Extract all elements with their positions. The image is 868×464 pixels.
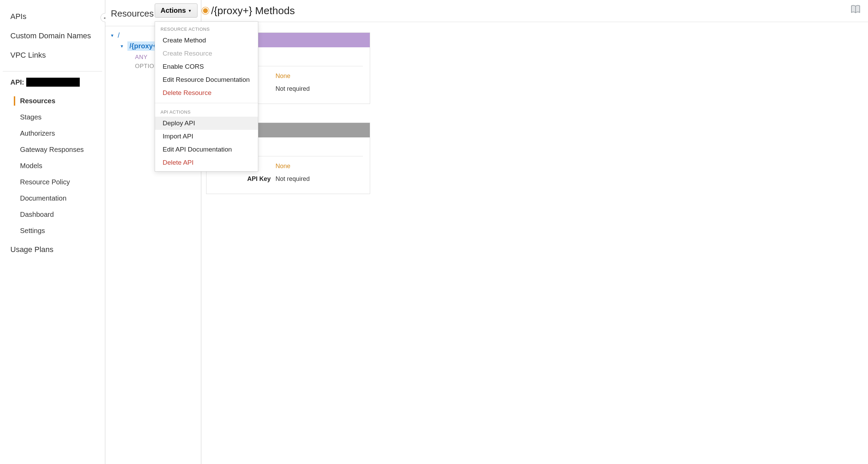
actions-button[interactable]: Actions ▼ — [155, 3, 197, 18]
api-nav-resources[interactable]: Resources — [14, 93, 105, 109]
dropdown-item-create-method[interactable]: Create Method — [155, 34, 258, 47]
book-icon[interactable] — [851, 5, 860, 16]
sidebar-link-custom-domains[interactable]: Custom Domain Names — [10, 26, 95, 46]
actions-dropdown: RESOURCE ACTIONS Create Method Create Re… — [155, 21, 258, 172]
dropdown-item-delete-resource[interactable]: Delete Resource — [155, 86, 258, 99]
sidebar-left: APIs Custom Domain Names VPC Links API: … — [0, 0, 105, 464]
api-nav-dashboard[interactable]: Dashboard — [14, 206, 105, 223]
dropdown-item-deploy-api[interactable]: Deploy API — [155, 117, 258, 130]
sidebar-link-apis[interactable]: APIs — [10, 7, 95, 26]
api-nav-stages[interactable]: Stages — [14, 109, 105, 125]
api-nav-gateway-responses[interactable]: Gateway Responses — [14, 142, 105, 158]
api-name-redacted — [26, 78, 80, 87]
api-nav-documentation[interactable]: Documentation — [14, 190, 105, 206]
api-nav-resource-policy[interactable]: Resource Policy — [14, 174, 105, 190]
dropdown-group-api-actions: API ACTIONS — [155, 105, 258, 117]
dropdown-item-delete-api[interactable]: Delete API — [155, 156, 258, 169]
tree-node-root[interactable]: / — [118, 31, 120, 39]
resource-panel-title: Resources — [109, 6, 155, 21]
page-title: /{proxy+} Methods — [211, 5, 295, 17]
chevron-down-icon: ▼ — [188, 9, 192, 13]
tree-caret-proxy[interactable]: ▼ — [120, 44, 124, 49]
tree-caret-root[interactable]: ▼ — [110, 33, 114, 38]
sidebar-link-usage-plans[interactable]: Usage Plans — [0, 239, 105, 260]
card-row-value-apikey: Not required — [276, 85, 363, 93]
sidebar-link-vpc-links[interactable]: VPC Links — [10, 46, 95, 65]
actions-button-label: Actions — [161, 7, 186, 14]
api-nav-models[interactable]: Models — [14, 158, 105, 174]
dropdown-item-create-resource: Create Resource — [155, 47, 258, 60]
dropdown-item-import-api[interactable]: Import API — [155, 130, 258, 143]
api-nav: Resources Stages Authorizers Gateway Res… — [0, 93, 105, 239]
annotation-marker-icon — [202, 7, 209, 14]
card-row-value-apikey: Not required — [276, 175, 363, 183]
dropdown-item-edit-api-doc[interactable]: Edit API Documentation — [155, 143, 258, 156]
card-row-value-authorization[interactable]: None — [276, 163, 363, 170]
api-nav-settings[interactable]: Settings — [14, 223, 105, 239]
api-label: API: — [10, 78, 24, 86]
card-row-value-authorization[interactable]: None — [276, 72, 363, 80]
dropdown-group-resource-actions: RESOURCE ACTIONS — [155, 22, 258, 34]
dropdown-item-enable-cors[interactable]: Enable CORS — [155, 60, 258, 73]
api-nav-authorizers[interactable]: Authorizers — [14, 125, 105, 142]
main-content: Actions ▼ /{proxy+} Methods RESOURCE ACT… — [201, 0, 868, 464]
dropdown-item-edit-resource-doc[interactable]: Edit Resource Documentation — [155, 73, 258, 86]
card-row-label-apikey: API Key — [213, 175, 276, 183]
sidebar-divider — [3, 71, 102, 71]
dropdown-divider — [155, 103, 258, 103]
